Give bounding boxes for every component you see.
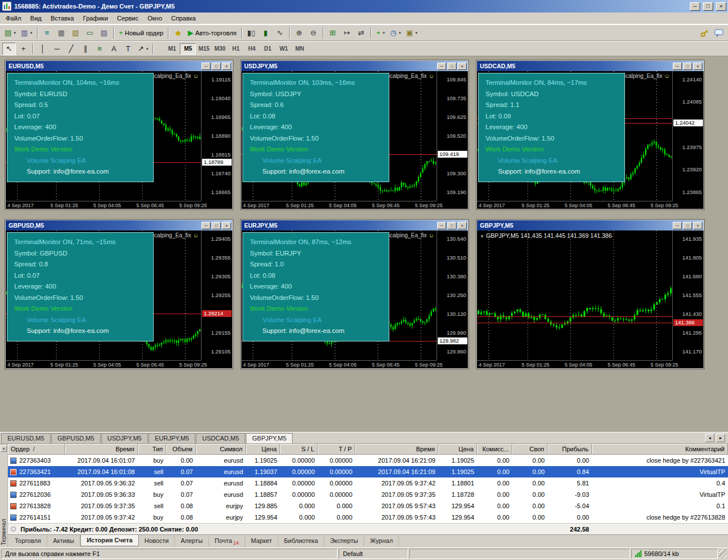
status-profile[interactable]: Default [339,549,408,559]
minimize-button[interactable]: ─ [690,2,700,11]
price-axis[interactable]: 109.845109.735109.625109.520109.410109.3… [437,71,468,201]
cursor-tool-button[interactable]: ↖ [2,43,16,55]
chart-minimize-button[interactable]: ─ [437,222,446,229]
col-close-price[interactable]: Цена [438,444,477,454]
chart-plot-usdjpy[interactable]: TerminalMonitor ON, 103ms, ~16msSymbol: … [241,71,437,201]
chart-maximize-button[interactable]: □ [683,63,692,70]
chart-minimize-button[interactable]: ─ [673,63,682,70]
tab-exposure[interactable]: Активы [47,536,80,546]
periods-button[interactable]: ◷▾ [388,27,404,39]
menu-help[interactable]: Справка [167,13,200,23]
auto-scroll-button[interactable]: ↦ [340,27,354,39]
chart-titlebar-gbpjpy[interactable]: GBPJPY,M5─□× [477,220,704,230]
data-window-button[interactable]: ▦ [55,27,68,39]
col-order[interactable]: Ордер/ [8,444,65,454]
chart-minimize-button[interactable]: ─ [201,222,211,229]
strategy-tester-button[interactable]: ▨ [97,27,111,39]
price-axis[interactable]: 141.935141.805141.680141.555141.430141.2… [672,230,704,360]
col-type[interactable]: Тип [138,444,166,454]
chat-button[interactable] [712,27,726,39]
history-row[interactable]: 2273634032017.09.04 16:01:07buy0.00eurus… [8,455,728,466]
fibonacci-button[interactable]: ≡ [93,43,106,55]
templates-button[interactable]: ▣▾ [404,27,419,39]
chart-titlebar-usdcad[interactable]: USDCAD,M5─□× [477,61,704,71]
autotrading-button[interactable]: ▶Авто-торговля [186,27,239,39]
history-row[interactable]: 2276138282017.09.05 9:37:35sell0.08eurjp… [8,500,728,512]
trendline-button[interactable]: ╱ [64,43,78,55]
timeframe-w1[interactable]: W1 [275,43,291,55]
tab-journal[interactable]: Журнал [364,536,399,546]
chart-maximize-button[interactable]: □ [683,222,692,229]
tile-windows-button[interactable]: ⊞ [326,27,340,39]
chart-plot-usdcad[interactable]: TerminalMonitor ON, 84ms, ~17msSymbol: U… [477,71,672,201]
crosshair-tool-button[interactable]: + [17,43,30,55]
titlebar[interactable]: 1568885: Activtrades-Demo - Демо Счет - … [0,0,728,13]
arrows-button[interactable]: ↗▾ [135,43,150,55]
chart-maximize-button[interactable]: □ [447,63,456,70]
timeframe-m30[interactable]: M30 [212,43,228,55]
chart-minimize-button[interactable]: ─ [201,63,211,70]
chart-minimize-button[interactable]: ─ [673,222,682,229]
window-tab-eurusd[interactable]: EURUSD,M5 [1,433,51,443]
tab-alerts[interactable]: Алерты [175,536,209,546]
terminal-button[interactable]: ▭ [83,27,97,39]
zoom-out-button[interactable]: ⊖ [307,27,320,39]
window-tab-usdcad[interactable]: USDCAD,M5 [196,433,245,443]
price-axis[interactable]: 130.640130.510130.380130.250130.120129.9… [437,230,468,360]
chart-plot-eurusd[interactable]: TerminalMonitor ON, 104ms, ~16msSymbol: … [6,71,201,201]
profiles-button[interactable]: ▥▾ [19,27,35,39]
menu-tools[interactable]: Сервис [113,13,143,23]
maximize-button[interactable]: □ [703,2,713,11]
chart-plot-gbpjpy[interactable]: ▼GBPJPY,M5 141.435 141.445 141.369 141.3… [477,230,672,360]
history-row[interactable]: 2276118832017.09.05 9:36:32sell0.07eurus… [8,477,728,489]
timeframe-m15[interactable]: M15 [196,43,212,55]
chart-plot-gbpusd[interactable]: TerminalMonitor ON, 71ms, ~15msSymbol: G… [6,230,201,360]
menu-file[interactable]: Файл [1,13,26,23]
menu-insert[interactable]: Вставка [46,13,79,23]
terminal-close-button[interactable]: × [1,446,7,452]
indicators-button[interactable]: +▾ [374,27,388,39]
timeframe-d1[interactable]: D1 [260,43,275,55]
chart-close-button[interactable]: × [693,222,702,229]
time-axis[interactable]: 4 Sep 20175 Sep 01:255 Sep 04:055 Sep 06… [6,360,201,368]
chart-maximize-button[interactable]: □ [447,222,456,229]
price-axis[interactable]: 1.241401.240851.240301.239751.239201.238… [672,71,704,201]
col-symbol[interactable]: Символ [196,444,246,454]
line-chart-button[interactable]: ∿ [273,27,287,39]
timeframe-m1[interactable]: M1 [164,43,180,55]
col-comment[interactable]: Комментарий [592,444,728,454]
history-row[interactable]: 2273634212017.09.04 16:01:08sell0.07euru… [8,466,728,477]
market-watch-button[interactable]: ≡ [40,27,54,39]
timeframe-h1[interactable]: H1 [228,43,244,55]
chart-minimize-button[interactable]: ─ [437,63,446,70]
tab-news[interactable]: Новости [139,536,175,546]
chart-titlebar-usdjpy[interactable]: USDJPY,M5─□× [241,61,468,71]
col-swap[interactable]: Своп [512,444,548,454]
price-axis[interactable]: 1.191151.190401.189651.188901.188151.187… [201,71,232,201]
chart-close-button[interactable]: × [222,222,231,229]
tab-experts[interactable]: Эксперты [324,536,364,546]
bar-chart-button[interactable]: ▮▯ [245,27,258,39]
text-button[interactable]: A [107,43,121,55]
navigator-button[interactable]: ▧ [69,27,83,39]
history-row[interactable]: 2276141512017.09.05 9:37:42buy0.08eurjpy… [8,512,728,523]
resize-grip[interactable] [719,549,727,558]
chart-titlebar-gbpusd[interactable]: GBPUSD,M5─□× [6,220,232,230]
chart-maximize-button[interactable]: □ [212,222,221,229]
col-close-time[interactable]: Время [355,444,438,454]
candlestick-button[interactable]: ▮ [259,27,273,39]
new-order-button[interactable]: +Новый ордер [117,27,166,39]
new-chart-button[interactable]: ▤▾ [2,27,18,39]
col-open-time[interactable]: Время [65,444,138,454]
tab-account-history[interactable]: История Счета [80,535,139,546]
window-tabs-scroll-right[interactable]: ▸ [716,434,725,442]
horizontal-line-button[interactable]: ─ [50,43,64,55]
window-tab-usdjpy[interactable]: USDJPY,M5 [101,433,148,443]
chart-titlebar-eurusd[interactable]: EURUSD,M5─□× [6,61,232,71]
key-button[interactable] [698,27,711,39]
time-axis[interactable]: 4 Sep 20175 Sep 01:255 Sep 04:055 Sep 06… [241,201,437,209]
metaeditor-button[interactable]: ◆ [171,27,185,39]
history-row[interactable]: 2276120362017.09.05 9:36:33buy0.07eurusd… [8,489,728,500]
timeframe-mn[interactable]: MN [291,43,307,55]
chart-plot-eurjpy[interactable]: TerminalMonitor ON, 87ms, ~12msSymbol: E… [241,230,437,360]
